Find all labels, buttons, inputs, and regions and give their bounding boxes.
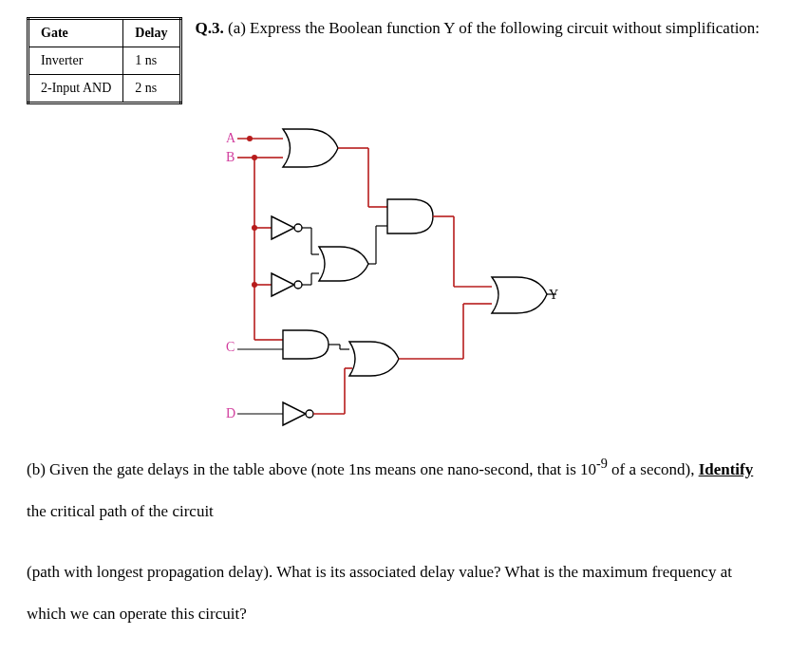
- table-row: Inverter 1 ns: [28, 47, 181, 75]
- inverter-icon: [272, 273, 294, 296]
- part-b-line2: (path with longest propagation delay). W…: [27, 551, 762, 635]
- question-label: Q.3.: [196, 19, 224, 37]
- pb-exp: -9: [596, 456, 608, 471]
- or-gate-icon: [283, 129, 338, 167]
- and-gate-icon: [387, 199, 433, 233]
- pb1: (b) Given the gate delays in the table a…: [27, 460, 596, 478]
- table-row: 2-Input AND 2 ns: [28, 75, 181, 103]
- svg-point-16: [252, 282, 257, 288]
- circuit-diagram: A B C D Y: [216, 114, 577, 427]
- svg-point-10: [252, 225, 257, 231]
- th-delay: Delay: [123, 19, 180, 47]
- part-a-text: (a) Express the Boolean function Y of th…: [228, 19, 760, 37]
- or-gate-icon: [349, 342, 399, 376]
- td-delay: 1 ns: [123, 47, 180, 75]
- td-gate: Inverter: [28, 47, 123, 75]
- question-heading: Q.3. (a) Express the Boolean function Y …: [196, 17, 763, 38]
- pb2: of a second),: [608, 460, 699, 478]
- td-delay: 2 ns: [123, 75, 180, 103]
- input-a-label: A: [226, 131, 236, 145]
- gate-delay-table: Gate Delay Inverter 1 ns 2-Input AND 2 n…: [27, 17, 182, 104]
- input-b-label: B: [226, 150, 235, 164]
- identify-word: Identify: [699, 460, 754, 478]
- svg-point-17: [294, 281, 302, 289]
- or-gate-icon: [492, 277, 547, 313]
- table-header-row: Gate Delay: [28, 19, 181, 47]
- input-c-label: C: [226, 340, 235, 354]
- or-gate-icon: [319, 247, 368, 281]
- inverter-icon: [283, 402, 306, 425]
- and-gate-icon: [283, 330, 329, 359]
- input-d-label: D: [226, 406, 235, 420]
- pb3: the critical path of the circuit: [27, 502, 214, 520]
- svg-point-11: [294, 224, 302, 232]
- svg-point-36: [306, 410, 313, 418]
- td-gate: 2-Input AND: [28, 75, 123, 103]
- part-b-line1: (b) Given the gate delays in the table a…: [27, 446, 762, 532]
- th-gate: Gate: [28, 19, 123, 47]
- inverter-icon: [272, 216, 294, 239]
- svg-point-1: [247, 136, 253, 141]
